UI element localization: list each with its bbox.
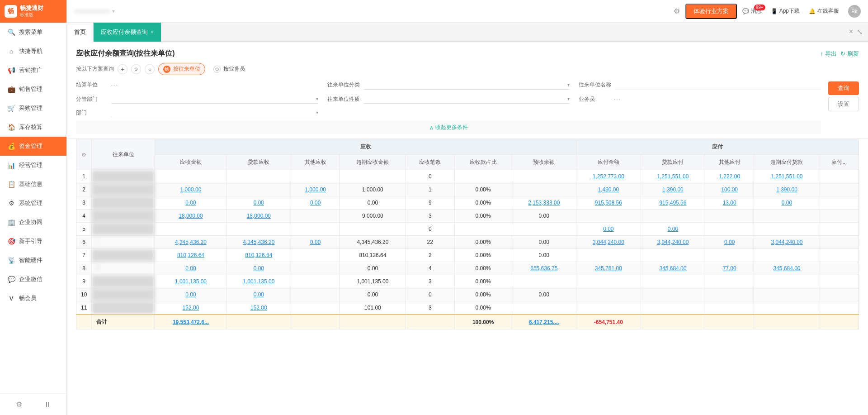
- table-cell-8[interactable]: 2,153,333.00: [512, 196, 576, 210]
- table-cell-3[interactable]: [226, 170, 291, 183]
- table-cell-2[interactable]: 4,345,436.20: [155, 236, 226, 249]
- table-cell-4[interactable]: [291, 170, 340, 183]
- table-cell-10[interactable]: [641, 210, 705, 223]
- settlement-input[interactable]: ···: [111, 82, 118, 88]
- table-cell-9[interactable]: 3,044,240.00: [576, 236, 641, 249]
- table-cell-4[interactable]: [291, 262, 340, 275]
- gear-icon[interactable]: ⚙: [674, 7, 680, 15]
- table-cell-2[interactable]: [155, 170, 226, 183]
- table-settings-icon[interactable]: ⚙: [81, 152, 86, 158]
- table-cell-9[interactable]: 1,252,773.00: [576, 170, 641, 183]
- table-cell-11[interactable]: [705, 249, 754, 262]
- table-cell-12[interactable]: 3,044,240.00: [754, 236, 820, 249]
- table-cell-4[interactable]: [291, 275, 340, 288]
- table-cell-3[interactable]: 0.00: [226, 288, 291, 301]
- filter-by-counterparty[interactable]: 畅 按往来单位: [158, 63, 205, 75]
- table-cell-3[interactable]: [226, 183, 291, 196]
- table-cell-12[interactable]: 1,390.00: [754, 183, 820, 196]
- table-cell-2[interactable]: 1,000.00: [155, 183, 226, 196]
- table-cell-3[interactable]: 1,001,135.00: [226, 275, 291, 288]
- table-cell-10[interactable]: 3,044,240.00: [641, 236, 705, 249]
- app-download-button[interactable]: 📱 App下载: [771, 7, 800, 15]
- table-cell-12[interactable]: 1,251,551.00: [754, 170, 820, 183]
- filter-by-salesperson[interactable]: ⊙ 按业务员: [209, 63, 250, 75]
- table-cell-10[interactable]: 1,251,551.00: [641, 170, 705, 183]
- table-cell-3[interactable]: [226, 223, 291, 236]
- total-ar-amount[interactable]: 19,553,472,6...: [155, 315, 226, 329]
- sidebar-item-marketing[interactable]: 📢 营销推广: [0, 61, 66, 80]
- sidebar-item-operation[interactable]: 📊 经营管理: [0, 156, 66, 175]
- table-cell-12[interactable]: [754, 210, 820, 223]
- table-cell-12[interactable]: 0.00: [754, 196, 820, 210]
- table-cell-9[interactable]: [576, 275, 641, 288]
- table-cell-12[interactable]: [754, 249, 820, 262]
- table-cell-9[interactable]: [576, 288, 641, 301]
- user-avatar[interactable]: Rit: [848, 5, 861, 18]
- table-cell-3[interactable]: 18,000.00: [226, 210, 291, 223]
- sidebar-item-finance[interactable]: 💰 资金管理: [0, 137, 66, 156]
- table-cell-4[interactable]: [291, 249, 340, 262]
- table-cell-10[interactable]: 0.00: [641, 223, 705, 236]
- collapse-more-button[interactable]: ∧ 收起更多条件: [76, 121, 821, 134]
- sidebar-item-system[interactable]: ⚙ 系统管理: [0, 194, 66, 213]
- export-button[interactable]: ↑ 导出: [821, 50, 837, 58]
- close-window-button[interactable]: ×: [849, 28, 853, 36]
- sidebar-item-basic[interactable]: 📋 基础信息: [0, 175, 66, 194]
- table-cell-9[interactable]: 0.00: [576, 223, 641, 236]
- sidebar-item-member[interactable]: V 畅会员: [0, 289, 66, 308]
- table-cell-10[interactable]: [641, 249, 705, 262]
- table-cell-10[interactable]: [641, 288, 705, 301]
- table-cell-11[interactable]: 0.00: [705, 236, 754, 249]
- table-cell-12[interactable]: 345,684.00: [754, 262, 820, 275]
- table-cell-11[interactable]: 100.00: [705, 183, 754, 196]
- table-cell-4[interactable]: [291, 301, 340, 315]
- sidebar-item-smart[interactable]: 📡 智能硬件: [0, 251, 66, 270]
- table-cell-9[interactable]: [576, 249, 641, 262]
- message-button[interactable]: 💬 消息 99+: [742, 7, 762, 15]
- table-cell-4[interactable]: 1,000.00: [291, 183, 340, 196]
- sidebar-item-quicknav[interactable]: ⌂ 快捷导航: [0, 42, 66, 61]
- table-cell-10[interactable]: 1,390.00: [641, 183, 705, 196]
- filter-scheme-button[interactable]: ⊙: [131, 64, 141, 74]
- promo-button[interactable]: 体验行业方案: [685, 4, 737, 19]
- filter-add-button[interactable]: +: [118, 64, 127, 74]
- tab-close-icon[interactable]: ×: [151, 29, 154, 35]
- table-cell-2[interactable]: 18,000.00: [155, 210, 226, 223]
- table-cell-4[interactable]: 0.00: [291, 236, 340, 249]
- table-cell-10[interactable]: [641, 301, 705, 315]
- table-cell-4[interactable]: [291, 223, 340, 236]
- table-cell-2[interactable]: 1,001,135.00: [155, 275, 226, 288]
- table-cell-9[interactable]: 915,508.56: [576, 196, 641, 210]
- table-cell-9[interactable]: [576, 210, 641, 223]
- service-button[interactable]: 🔔 在线客服: [809, 7, 839, 15]
- table-cell-3[interactable]: 152.00: [226, 301, 291, 315]
- table-cell-12[interactable]: [754, 301, 820, 315]
- table-cell-9[interactable]: 1,490.00: [576, 183, 641, 196]
- col-settings-header[interactable]: ⚙: [76, 139, 92, 170]
- table-cell-4[interactable]: [291, 288, 340, 301]
- sidebar-item-purchase[interactable]: 🛒 采购管理: [0, 99, 66, 118]
- table-cell-2[interactable]: 0.00: [155, 288, 226, 301]
- table-cell-8[interactable]: 655,636.75: [512, 262, 576, 275]
- table-cell-10[interactable]: 915,495.56: [641, 196, 705, 210]
- table-cell-11[interactable]: 13.00: [705, 196, 754, 210]
- refresh-button[interactable]: ↻ 刷新: [840, 50, 859, 58]
- table-cell-2[interactable]: 0.00: [155, 196, 226, 210]
- table-cell-3[interactable]: 0.00: [226, 196, 291, 210]
- table-cell-12[interactable]: [754, 223, 820, 236]
- table-cell-11[interactable]: [705, 288, 754, 301]
- table-cell-2[interactable]: [155, 223, 226, 236]
- sidebar-item-search[interactable]: 🔍 搜索菜单: [0, 23, 66, 42]
- filter-collapse-button[interactable]: «: [145, 64, 155, 74]
- tab-ar-ap[interactable]: 应收应付余额查询 ×: [94, 23, 161, 42]
- table-cell-3[interactable]: 810,126.64: [226, 249, 291, 262]
- sidebar-item-inventory[interactable]: 🏠 库存核算: [0, 118, 66, 137]
- total-ar-prepay[interactable]: 6,417,215....: [512, 315, 576, 329]
- table-cell-2[interactable]: 810,126.64: [155, 249, 226, 262]
- table-cell-4[interactable]: 0.00: [291, 196, 340, 210]
- tab-home[interactable]: 首页: [67, 23, 94, 42]
- table-cell-2[interactable]: 152.00: [155, 301, 226, 315]
- sidebar-item-sales[interactable]: 💼 销售管理: [0, 80, 66, 99]
- table-cell-11[interactable]: 77.00: [705, 262, 754, 275]
- expand-window-button[interactable]: ⤡: [857, 28, 863, 36]
